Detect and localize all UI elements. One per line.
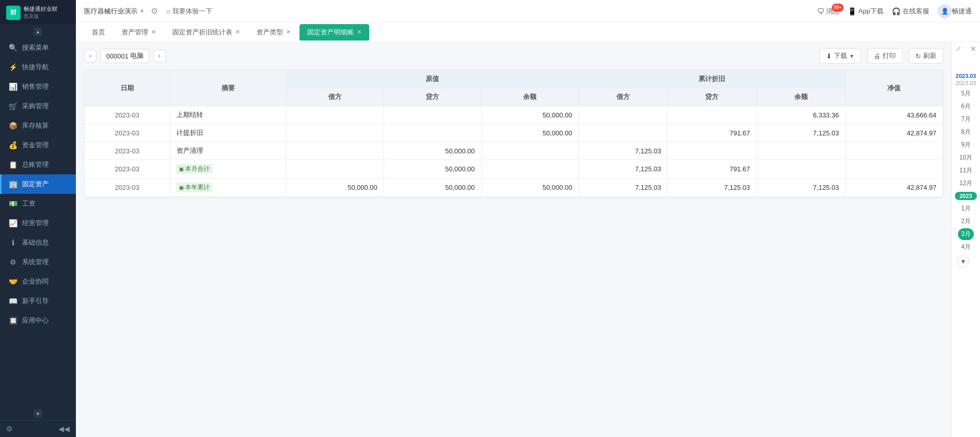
experience-icon: ○: [166, 7, 170, 15]
logo-icon: 财: [6, 6, 21, 20]
th-orig-debit: 借方: [286, 88, 384, 106]
payroll-icon: 💵: [8, 200, 18, 208]
timeline-item[interactable]: 3月: [958, 228, 974, 240]
timeline-expand-btn[interactable]: ⤢: [954, 44, 963, 53]
settings-footer-icon[interactable]: ⚙: [6, 425, 13, 433]
timeline-year-badge: 2023: [955, 192, 977, 200]
quick-nav-icon: ⚡: [8, 63, 18, 71]
timeline-item[interactable]: 6月: [955, 100, 977, 113]
row-tag: 本月合计: [176, 164, 212, 174]
tab-asset-ledger-label: 固定资产明细账: [307, 28, 354, 37]
user-btn[interactable]: 👤 畅捷通: [937, 4, 972, 18]
search-nav-icon: 🔍: [8, 44, 18, 52]
timeline-item[interactable]: 5月: [955, 87, 977, 100]
print-btn[interactable]: 🖨 打印: [867, 48, 903, 64]
timeline-item[interactable]: 7月: [955, 113, 977, 126]
tab-asset-type-close[interactable]: ✕: [286, 29, 291, 35]
asset-next-btn[interactable]: ›: [153, 50, 166, 62]
sidebar-item-label: 新手引导: [22, 296, 49, 306]
sidebar-item-operations[interactable]: 📈 经营管理: [0, 213, 76, 233]
sidebar-item-guide[interactable]: 📖 新手引导: [0, 291, 76, 311]
sidebar: 财 畅捷通好业财 普及版 ▲ 🔍 搜索菜单 ⚡ 快捷导航 📊 销售管理 🛒 采购…: [0, 0, 76, 437]
user-label: 畅捷通: [952, 7, 972, 16]
scroll-up-btn[interactable]: ▲: [34, 28, 42, 36]
tab-asset-type[interactable]: 资产类型 ✕: [249, 24, 298, 41]
company-selector[interactable]: 医疗器械行业演示 ▼: [84, 7, 145, 16]
th-accum-credit: 贷方: [668, 88, 756, 106]
experience-btn[interactable]: ○ 我要体验一下: [166, 7, 212, 16]
sidebar-scroll-up[interactable]: ▲: [0, 26, 76, 38]
notifications-btn[interactable]: 🗨 消息 99+: [817, 7, 839, 16]
sidebar-item-purchase[interactable]: 🛒 采购管理: [0, 96, 76, 116]
sidebar-item-label: 工资: [22, 199, 35, 208]
sidebar-item-label: 固定资产: [22, 180, 49, 189]
download-toolbar-icon: ⬇: [826, 52, 832, 60]
sales-icon: 📊: [8, 83, 18, 91]
asset-nav: ‹ 000001 电脑 › ⬇ 下载 ▼ 🖨 打印: [84, 48, 943, 64]
fixed-assets-icon: 🏢: [8, 180, 18, 188]
sidebar-item-basic-info[interactable]: ℹ 基础信息: [0, 233, 76, 252]
topbar: 医疗器械行业演示 ▼ ⚙ ○ 我要体验一下 🗨 消息 99+ 📱 App下载 🎧…: [76, 0, 980, 23]
sidebar-item-ledger[interactable]: 📋 总账管理: [0, 155, 76, 174]
download-btn[interactable]: 📱 App下载: [848, 7, 884, 16]
asset-prev-btn[interactable]: ‹: [84, 50, 96, 62]
sidebar-item-sales[interactable]: 📊 销售管理: [0, 77, 76, 96]
tab-depreciation-stats-label: 固定资产折旧统计表: [172, 28, 232, 37]
timeline-item[interactable]: 10月: [955, 151, 977, 164]
timeline-item[interactable]: 1月: [955, 202, 977, 215]
system-icon: ⚙: [8, 258, 18, 266]
refresh-icon: ↻: [915, 52, 921, 60]
download-icon: 📱: [848, 7, 856, 15]
timeline-item[interactable]: 8月: [955, 126, 977, 138]
table-row: 2023-03计提折旧50,000.00791.677,125.0342,874…: [85, 124, 943, 142]
timeline-item[interactable]: 2月: [955, 215, 977, 228]
inventory-icon: 📦: [8, 122, 18, 130]
tab-asset-ledger-close[interactable]: ✕: [357, 29, 362, 35]
download-toolbar-btn[interactable]: ⬇ 下载 ▼: [819, 48, 861, 64]
sidebar-item-finance[interactable]: 💰 资金管理: [0, 135, 76, 155]
asset-name: 电脑: [130, 51, 144, 61]
timeline-nav-down[interactable]: ▼: [957, 255, 969, 268]
sidebar-item-payroll[interactable]: 💵 工资: [0, 194, 76, 213]
timeline-item[interactable]: 12月: [955, 177, 977, 190]
sidebar-item-fixed-assets[interactable]: 🏢 固定资产: [0, 174, 76, 194]
sidebar-scroll-down[interactable]: ▼: [0, 408, 76, 420]
service-btn[interactable]: 🎧 在线客服: [892, 7, 929, 16]
basic-info-icon: ℹ: [8, 239, 18, 247]
sidebar-item-inventory[interactable]: 📦 库存核算: [0, 116, 76, 135]
scroll-down-btn[interactable]: ▼: [34, 410, 42, 418]
timeline-top-date: 2023.03: [955, 73, 977, 79]
sidebar-item-app-center[interactable]: 🔲 应用中心: [0, 311, 76, 330]
sidebar-item-collab[interactable]: 🤝 企业协同: [0, 272, 76, 291]
topbar-settings-icon[interactable]: ⚙: [151, 6, 158, 16]
purchase-icon: 🛒: [8, 102, 18, 110]
asset-code-box[interactable]: 000001 电脑: [101, 49, 149, 63]
tab-depreciation-stats[interactable]: 固定资产折旧统计表 ✕: [165, 24, 248, 41]
th-orig-credit: 贷方: [384, 88, 481, 106]
timeline-item[interactable]: 9月: [955, 138, 977, 151]
timeline-item[interactable]: 11月: [955, 164, 977, 177]
tab-depreciation-close[interactable]: ✕: [235, 29, 240, 35]
th-net: 净值: [845, 70, 943, 106]
sidebar-item-search[interactable]: 🔍 搜索菜单: [0, 38, 76, 57]
tab-home[interactable]: 首页: [84, 24, 113, 41]
sidebar-item-label: 快捷导航: [22, 63, 49, 72]
service-label: 在线客服: [903, 7, 929, 16]
app-center-icon: 🔲: [8, 316, 18, 325]
sidebar-item-label: 采购管理: [22, 102, 49, 111]
sidebar-item-label: 企业协同: [22, 277, 49, 286]
refresh-btn[interactable]: ↻ 刷新: [909, 48, 943, 64]
th-original: 原值: [286, 70, 578, 88]
sidebar-item-quick-nav[interactable]: ⚡ 快捷导航: [0, 57, 76, 77]
timeline-item[interactable]: 4月: [955, 241, 977, 253]
tab-asset-mgmt-close[interactable]: ✕: [151, 29, 156, 35]
tab-asset-mgmt[interactable]: 资产管理 ✕: [114, 24, 164, 41]
collapse-icon[interactable]: ◀◀: [58, 425, 70, 433]
refresh-label: 刷新: [923, 51, 936, 61]
tab-asset-ledger[interactable]: 固定资产明细账 ✕: [299, 24, 369, 41]
timeline-close-btn[interactable]: ✕: [969, 44, 978, 53]
th-orig-balance: 余额: [481, 88, 578, 106]
topbar-right: 🗨 消息 99+ 📱 App下载 🎧 在线客服 👤 畅捷通: [817, 4, 972, 18]
sidebar-item-system[interactable]: ⚙ 系统管理: [0, 252, 76, 272]
main-content: ‹ 000001 电脑 › ⬇ 下载 ▼ 🖨 打印: [76, 42, 951, 437]
